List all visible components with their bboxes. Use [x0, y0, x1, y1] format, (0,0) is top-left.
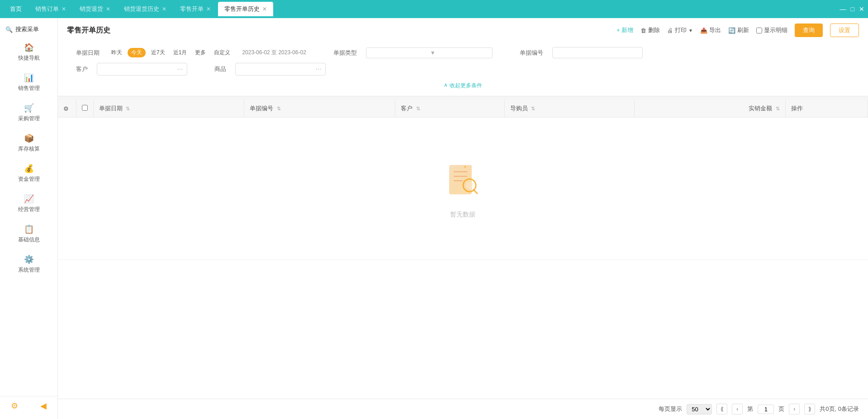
table-header-row: ⚙ 单据日期 ⇅ 单据编号 ⇅ 客户 [58, 100, 868, 118]
date-range-display: 2023-06-02 至 2023-06-02 [242, 49, 306, 56]
retail-history-tab-label: 零售开单历史 [224, 5, 260, 13]
refresh-button[interactable]: 🔄 刷新 [728, 26, 749, 34]
page-title: 零售开单历史 [67, 26, 110, 35]
print-button[interactable]: 🖨 打印 ▼ [667, 26, 693, 34]
filter-area: 单据日期 昨天 今天 近7天 近1月 更多 自定义 2023-06-02 至 2… [67, 42, 859, 96]
th-date[interactable]: 单据日期 ⇅ [93, 100, 244, 118]
th-date-sort-icon[interactable]: ⇅ [126, 106, 130, 111]
tab-sales-return-history[interactable]: 销货退货历史 ✕ [118, 2, 173, 16]
minimize-icon[interactable]: — [840, 5, 846, 13]
th-settings[interactable]: ⚙ [58, 100, 76, 118]
doc-no-text-input[interactable] [556, 49, 639, 56]
first-page-btn[interactable]: ⟪ [716, 404, 727, 414]
doc-no-input[interactable] [552, 47, 643, 58]
goods-filter-label: 商品 [214, 65, 226, 73]
page-size-label: 每页显示 [659, 405, 682, 413]
date-btn-7days[interactable]: 近7天 [148, 48, 168, 57]
export-button[interactable]: 📤 导出 [700, 26, 721, 34]
th-amount[interactable]: 实销金额 ⇅ [635, 100, 786, 118]
th-customer-sort-icon[interactable]: ⇅ [416, 106, 420, 111]
customer-input[interactable]: ··· [97, 63, 187, 75]
delete-button[interactable]: 🗑 删除 [640, 26, 660, 34]
close-icon[interactable]: ✕ [859, 5, 864, 13]
th-guide-label: 导购员 [510, 105, 528, 112]
page-number-input[interactable] [758, 405, 774, 414]
date-btn-custom[interactable]: 自定义 [211, 48, 233, 57]
date-btn-yesterday[interactable]: 昨天 [109, 48, 125, 57]
sidebar-item-inventory[interactable]: 📦 库存核算 [0, 128, 57, 158]
customer-text-input[interactable] [101, 66, 177, 73]
query-button[interactable]: 查询 [795, 24, 823, 37]
goods-text-input[interactable] [239, 66, 315, 73]
th-customer[interactable]: 客户 ⇅ [395, 100, 504, 118]
system-icon: ⚙️ [24, 254, 34, 264]
customer-filter-label: 客户 [76, 65, 88, 73]
goods-input[interactable]: ··· [235, 63, 326, 75]
th-guide-sort-icon[interactable]: ⇅ [531, 106, 535, 111]
sidebar-item-operation-label: 经营管理 [18, 206, 40, 213]
sidebar-bottom: ⚙ ◀ [0, 396, 57, 415]
sidebar-item-sales[interactable]: 📊 销售管理 [0, 67, 57, 98]
tab-sales-return[interactable]: 销货退货 ✕ [73, 2, 117, 16]
customer-select-icon[interactable]: ··· [177, 65, 183, 73]
retail-history-tab-close[interactable]: ✕ [262, 6, 267, 12]
settings-button[interactable]: 设置 [830, 24, 859, 37]
sidebar-search[interactable]: 🔍 搜索采单 [0, 22, 57, 37]
sales-order-tab-close[interactable]: ✕ [62, 6, 66, 12]
add-button[interactable]: + 新增 [617, 26, 633, 34]
settings-bottom-icon[interactable]: ⚙ [11, 401, 18, 411]
print-dropdown-icon[interactable]: ▼ [688, 28, 693, 33]
sales-return-tab-close[interactable]: ✕ [106, 6, 110, 12]
doc-type-select[interactable]: ▼ [366, 47, 493, 58]
th-guide[interactable]: 导购员 ⇅ [504, 100, 635, 118]
sidebar-item-finance[interactable]: 💰 资金管理 [0, 158, 57, 188]
sales-icon: 📊 [24, 73, 34, 83]
filter-row-date: 单据日期 昨天 今天 近7天 近1月 更多 自定义 2023-06-02 至 2… [76, 47, 850, 58]
retail-open-tab-label: 零售开单 [180, 5, 204, 13]
sidebar-item-quick-nav[interactable]: 🏠 快捷导航 [0, 37, 57, 67]
tab-retail-history[interactable]: 零售开单历史 ✕ [218, 2, 273, 16]
page-label: 第 [747, 405, 753, 413]
date-btn-today[interactable]: 今天 [128, 48, 146, 57]
data-table: ⚙ 单据日期 ⇅ 单据编号 ⇅ 客户 [58, 100, 868, 260]
collapse-sidebar-icon[interactable]: ◀ [40, 401, 47, 411]
date-btn-1month[interactable]: 近1月 [171, 48, 190, 57]
sidebar-item-purchase-label: 采购管理 [18, 115, 40, 122]
th-amount-sort-icon[interactable]: ⇅ [776, 106, 780, 111]
toolbar-actions: + 新增 🗑 删除 🖨 打印 ▼ 📤 导出 🔄 [617, 24, 859, 37]
th-checkbox[interactable] [76, 100, 93, 118]
sales-return-history-tab-close[interactable]: ✕ [162, 6, 166, 12]
sidebar-item-system[interactable]: ⚙️ 系统管理 [0, 249, 57, 279]
maximize-icon[interactable]: □ [851, 5, 854, 13]
th-no[interactable]: 单据编号 ⇅ [244, 100, 395, 118]
tab-sales-order[interactable]: 销售订单 ✕ [29, 2, 72, 16]
pagination-bar: 每页显示 50 10 20 100 ⟪ ‹ 第 页 › ⟫ 共0页, 0条记录 [58, 399, 868, 419]
next-page-btn[interactable]: › [789, 404, 800, 414]
goods-select-icon[interactable]: ··· [316, 65, 322, 73]
sidebar-search-label: 搜索采单 [15, 25, 39, 33]
tab-home[interactable]: 首页 [4, 2, 28, 16]
display-detail-checkbox[interactable]: 显示明细 [756, 26, 787, 34]
last-page-btn[interactable]: ⟫ [804, 404, 815, 414]
page-size-select[interactable]: 50 10 20 100 [687, 404, 712, 414]
tab-retail-open[interactable]: 零售开单 ✕ [174, 2, 217, 16]
sidebar-item-basic[interactable]: 📋 基础信息 [0, 219, 57, 249]
date-btn-more[interactable]: 更多 [192, 48, 209, 57]
collapse-row[interactable]: ∧ 收起更多条件 [76, 80, 850, 91]
retail-open-tab-close[interactable]: ✕ [206, 6, 211, 12]
prev-page-btn[interactable]: ‹ [732, 404, 743, 414]
table-body: ✦ 暂无数据 [58, 118, 868, 260]
collapse-arrow-icon: ∧ [444, 82, 448, 89]
th-no-sort-icon[interactable]: ⇅ [277, 106, 281, 111]
sidebar-item-operation[interactable]: 📈 经营管理 [0, 188, 57, 219]
inventory-icon: 📦 [24, 133, 34, 143]
filter-row-customer: 客户 ··· 商品 ··· [76, 63, 850, 75]
select-all-checkbox[interactable] [82, 105, 88, 111]
collapse-label: 收起更多条件 [450, 82, 482, 89]
sales-return-history-tab-label: 销货退货历史 [124, 5, 159, 13]
sidebar-item-purchase[interactable]: 🛒 采购管理 [0, 98, 57, 128]
basic-icon: 📋 [24, 224, 34, 234]
th-no-label: 单据编号 [250, 105, 273, 112]
finance-icon: 💰 [24, 164, 34, 174]
display-detail-input[interactable] [756, 28, 762, 33]
